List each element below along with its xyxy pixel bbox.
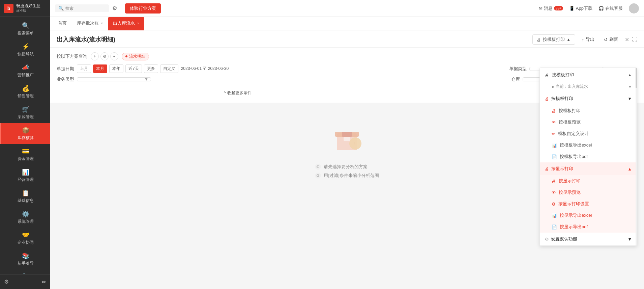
- user-avatar[interactable]: [629, 3, 639, 14]
- empty-illustration: !: [330, 123, 364, 157]
- topbar-gear-icon[interactable]: ⚙: [112, 5, 117, 11]
- display-preview-item[interactable]: 👁 按显示预览: [540, 187, 637, 198]
- topbar: 🔍 ⚙ 体验行业方案 ✉ 消息 99+ 📱 App下载 🎧 在线客服: [50, 0, 644, 17]
- business-type-input[interactable]: [77, 77, 151, 81]
- settings-icon[interactable]: ⚙: [4, 279, 9, 285]
- nav-icon-7: 📊: [22, 168, 29, 176]
- tab-0[interactable]: 首页: [53, 17, 71, 30]
- nav-icon-2: 📣: [22, 64, 29, 71]
- customer-service-label: 在线客服: [605, 5, 623, 11]
- tab-close-2[interactable]: ×: [137, 21, 139, 25]
- app-download-item[interactable]: 📱 App下载: [569, 5, 592, 11]
- date-btn-本月[interactable]: 本月: [93, 64, 107, 73]
- sidebar-item-3[interactable]: 💰销售管理: [0, 81, 50, 102]
- sidebar-item-5[interactable]: 📦库存核算: [0, 123, 50, 144]
- sidebar-item-7[interactable]: 📊经营管理: [0, 165, 50, 186]
- sidebar-item-4[interactable]: 🛒采购管理: [0, 102, 50, 123]
- hint-num-2: ②: [315, 173, 321, 179]
- section-display-arrow: ▲: [627, 166, 632, 172]
- phone-icon: 📱: [569, 6, 575, 11]
- dropdown-header: 🖨 按模板打印 ▲: [540, 68, 637, 81]
- headset-icon: 🎧: [598, 6, 604, 11]
- page-title: 出入库流水(流水明细): [57, 35, 115, 44]
- sidebar-item-2[interactable]: 📣营销推广: [0, 60, 50, 81]
- sidebar-item-8[interactable]: 📋基础信息: [0, 186, 50, 207]
- maximize-window-btn[interactable]: ⛶: [632, 36, 637, 43]
- filter-action-buttons: + ⚙ «: [91, 52, 118, 60]
- nav-icon-10: 🤝: [22, 231, 29, 239]
- date-btn-更多[interactable]: 更多: [144, 64, 158, 73]
- customer-service-item[interactable]: 🎧 在线客服: [598, 5, 623, 11]
- window-controls: ✕ ⛶: [625, 36, 637, 43]
- section-default-settings-header[interactable]: ⚙ 设置默认功能 ▼: [540, 233, 637, 245]
- date-btn-自定义[interactable]: 自定义: [160, 64, 178, 73]
- message-item[interactable]: ✉ 消息 99+: [539, 5, 563, 11]
- sidebar-item-9[interactable]: ⚙️系统管理: [0, 207, 50, 228]
- tab-2[interactable]: 出入库流水×: [108, 17, 144, 30]
- tab-1[interactable]: 库存批次账×: [72, 17, 108, 30]
- template-print-btn[interactable]: 🖨 按模板打印 ▲: [532, 34, 575, 45]
- dropdown-scrollbar-thumb[interactable]: [636, 68, 637, 88]
- template-design-item[interactable]: ✏ 模板自定义设计: [540, 128, 637, 139]
- add-filter-btn[interactable]: +: [91, 52, 99, 60]
- search-box[interactable]: 🔍: [55, 4, 109, 12]
- section-template-label: 按模板打印: [551, 96, 573, 102]
- sidebar-item-6[interactable]: 💳资金管理: [0, 144, 50, 165]
- sidebar-item-1[interactable]: ⚡快捷导航: [0, 40, 50, 60]
- dropdown-collapse-icon[interactable]: ▲: [628, 73, 632, 77]
- search-input[interactable]: [65, 6, 106, 11]
- template-preview-icon: 👁: [552, 120, 556, 125]
- filter-tag[interactable]: 流水明细: [122, 53, 149, 60]
- hint-num-1: ①: [315, 164, 321, 170]
- collapse-icon[interactable]: ⇔: [41, 279, 46, 285]
- tag-dot: [125, 55, 127, 57]
- export-btn[interactable]: ↑ 导出: [579, 35, 597, 44]
- section-template-print-header[interactable]: 🖨 按模板打印 ▼: [540, 92, 637, 105]
- page-actions: 🖨 按模板打印 ▲ ↑ 导出 ↺ 刷新 ✕ ⛶: [532, 34, 637, 45]
- template-export-excel-item[interactable]: 📊 按模板导出excel: [540, 139, 637, 151]
- warehouse-label: 仓库: [511, 76, 520, 82]
- sidebar-item-11[interactable]: 📚新手引导: [0, 249, 50, 270]
- template-preview-item[interactable]: 👁 按模板预览: [540, 116, 637, 128]
- display-export-excel-item[interactable]: 📊 按显示导出excel: [540, 210, 637, 221]
- nav-icon-8: 📋: [22, 189, 29, 197]
- date-label: 单据日期: [57, 66, 74, 72]
- sidebar-item-10[interactable]: 🤝企业协同: [0, 228, 50, 249]
- nav-label-0: 搜索菜单: [18, 30, 34, 36]
- search-icon: 🔍: [58, 6, 64, 11]
- svg-rect-3: [344, 137, 350, 141]
- display-settings-icon: ⚙: [552, 202, 556, 207]
- section-display-print-header[interactable]: 🖨 按显示打印 ▲: [540, 162, 637, 175]
- display-export-pdf-item[interactable]: 📄 按显示导出pdf: [540, 221, 637, 233]
- template-export-pdf-item[interactable]: 📄 按模板导出pdf: [540, 151, 637, 162]
- nav-icon-11: 📚: [22, 252, 29, 260]
- date-btn-近7天[interactable]: 近7天: [125, 64, 142, 73]
- hint-text-2: 用[过滤]条件来缩小分析范围: [324, 173, 379, 179]
- sidebar-item-12[interactable]: 🔧应用中心: [0, 270, 50, 274]
- collapse-btn[interactable]: ^ 收起更多条件: [224, 90, 252, 96]
- settings-filter-btn[interactable]: ⚙: [100, 52, 109, 60]
- nav-icon-3: 💰: [22, 85, 29, 92]
- refresh-btn[interactable]: ↺ 刷新: [601, 35, 621, 44]
- display-print-item[interactable]: 🖨 按显示打印: [540, 175, 637, 187]
- current-label-row: ● 当前：出入库流水 ▼: [540, 81, 637, 92]
- excel-icon: 📊: [552, 143, 557, 148]
- tab-close-1[interactable]: ×: [101, 21, 103, 25]
- display-pdf-icon: 📄: [552, 225, 557, 230]
- date-btn-本年[interactable]: 本年: [109, 64, 123, 73]
- export-icon: ↑: [582, 37, 584, 42]
- dropdown-scrollbar[interactable]: [636, 68, 637, 245]
- display-print-settings-item[interactable]: ⚙ 按显示打印设置: [540, 198, 637, 210]
- current-text: 当前：出入库流水: [556, 84, 588, 89]
- template-print-item[interactable]: 🖨 按模板打印: [540, 105, 637, 116]
- collapse-filter-btn[interactable]: «: [110, 52, 118, 60]
- pdf-icon: 📄: [552, 154, 557, 159]
- filter-label: 按以下方案查询: [57, 53, 87, 59]
- svg-text:!: !: [353, 141, 355, 146]
- close-window-btn[interactable]: ✕: [625, 36, 629, 43]
- business-type-select[interactable]: ▼: [77, 77, 151, 81]
- chevron-up-icon: ^: [224, 90, 226, 95]
- industry-btn[interactable]: 体验行业方案: [125, 3, 161, 14]
- date-btn-上月[interactable]: 上月: [77, 64, 91, 73]
- sidebar-item-0[interactable]: 🔍搜索菜单: [0, 19, 50, 40]
